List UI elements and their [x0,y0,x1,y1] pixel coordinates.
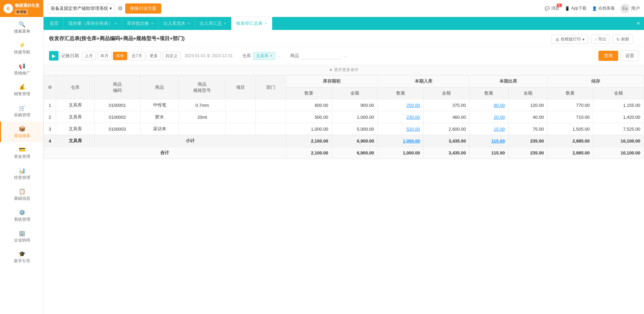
export-btn[interactable]: ↑ 导出 [591,35,610,44]
refresh-icon: ↻ [616,37,620,42]
warehouse-more-btn[interactable]: ... [277,53,281,58]
expand-icon: ▼ [329,68,333,72]
trial-btn[interactable]: 体验行业方案 [125,3,161,14]
cell-out-qty[interactable]: 15.00 [469,123,509,135]
cell-warehouse: 文具库 [56,123,95,135]
tab-recv-send-summary[interactable]: 收发存汇总表 × [231,17,272,30]
enterprise-icon: 🏢 [19,230,26,236]
basic-info-icon: 📋 [19,188,26,195]
warehouse-filter-label: 仓库 [242,53,251,59]
chevron-down-icon: ▾ [110,6,112,11]
date-btn-cur-year[interactable]: 本年 [113,52,127,60]
warehouse-tag-close[interactable]: × [270,53,272,58]
subtotal-out-qty[interactable]: 115.00 [469,135,509,147]
cell-in-qty[interactable]: 250.00 [378,99,424,111]
message-icon: 💬 [545,6,550,11]
expand-more-btn[interactable]: ▼ 展开更多条件 [329,67,359,73]
date-btn-cur-month[interactable]: 本月 [97,52,112,60]
sidebar-item-basic-info[interactable]: 📋 基础信息 [0,184,43,205]
footer-open-amt: 6,900.00 [332,147,378,159]
logo-icon: 6 [3,4,13,13]
main-area: 装备及固定资产辅助管理系统 ▾ ⚙ 体验行业方案 💬 消息 6 📱 App下载 … [44,0,644,314]
tab-close-icon[interactable]: × [115,21,117,26]
cell-out-qty[interactable]: 20.00 [469,111,509,123]
sidebar-item-purchase[interactable]: 🛒 采购管理 [0,101,43,121]
tab-inout-flow[interactable]: 出入库流水 × [159,17,195,30]
cell-bal-amt: 1,155.00 [593,99,644,111]
date-btn-more[interactable]: 更多 [147,52,161,60]
cell-open-qty: 1,000.00 [286,123,332,135]
tab-home-label: 首页 [50,20,59,27]
cell-name: 采访本 [141,123,179,135]
cell-project [226,99,256,111]
sidebar-item-system[interactable]: ⚙️ 系统管理 [0,205,43,226]
user-block[interactable]: Ea 用户 [620,4,640,13]
support-icon: 👤 [592,6,597,11]
date-btn-prev-month[interactable]: 上月 [82,52,96,60]
cell-spec: 20ml [179,111,226,123]
quick-nav-icon: ⚡ [19,42,26,48]
marketing-icon: 📢 [19,63,26,69]
tab-close-icon[interactable]: × [265,21,267,26]
tab-close-icon[interactable]: × [151,21,153,26]
date-btn-custom[interactable]: 自定义 [162,52,181,60]
cell-in-qty[interactable]: 520.00 [378,123,424,135]
topbar-gear-icon[interactable]: ⚙ [118,5,122,12]
sidebar-item-search[interactable]: 🔍 搜索菜单 [0,17,43,38]
cell-dept [256,111,286,123]
subtotal-in-qty[interactable]: 1,000.00 [378,135,424,147]
date-btn-7days[interactable]: 近7天 [129,52,145,60]
sidebar-item-marketing[interactable]: 📢 营销推广 [0,59,43,80]
system-name: 装备及固定资产辅助管理系统 [51,5,108,12]
sidebar-item-sales[interactable]: 💰 销售管理 [0,80,43,100]
system-selector[interactable]: 装备及固定资产辅助管理系统 ▾ [48,4,115,13]
messages-badge: 6 [557,3,562,7]
page-content: 收发存汇总表(按仓库+商品编码+商品+规格型号+项目+部门) 🖨 按模版打印 ▾… [44,30,644,314]
tab-close-icon[interactable]: × [187,21,190,26]
cell-code: 0100001 [95,99,141,111]
subtotal-in-amt: 3,435.00 [424,135,469,147]
filter-toggle-btn[interactable]: ▶ [49,51,59,61]
close-all-tabs-btn[interactable]: × [634,20,643,27]
warehouse-tag-value: 文具库 [256,53,268,59]
subtotal-row: 4 文具库 小计 2,100.00 6,900.00 1,000.00 3,43… [44,135,644,147]
tab-inout-summary[interactable]: 出入库汇总 × [195,17,231,30]
sidebar-item-label: 营销推广 [14,71,30,76]
template-print-label: 按模版打印 [561,36,581,42]
sidebar-item-guide[interactable]: 🎓 新手引导 [0,247,43,267]
cell-out-amt: 120.00 [508,99,547,111]
tab-inventory-dist[interactable]: 现存量（库存分布表） × [64,17,122,30]
cell-in-qty[interactable]: 230.00 [378,111,424,123]
online-support-btn[interactable]: 👤 在线客服 [592,5,615,11]
tab-home[interactable]: 首页 [45,17,64,30]
sidebar-item-finance[interactable]: 💳 资金管理 [0,142,43,163]
warehouse-filter: 仓库 文具库 × ... [242,52,281,60]
refresh-btn[interactable]: ↻ 刷新 [613,35,633,44]
tab-close-icon[interactable]: × [224,21,226,26]
goods-filter-input[interactable] [301,52,342,59]
query-btn[interactable]: 查询 [598,51,618,61]
th-in-amt: 金额 [424,87,469,99]
user-label: 用户 [631,5,640,12]
sidebar-item-inventory[interactable]: 📦 库存核算 [0,121,43,142]
sidebar-item-operations[interactable]: 📊 经营管理 [0,163,43,184]
cell-out-qty[interactable]: 80.00 [469,99,509,111]
sidebar-item-label: 系统管理 [14,217,30,222]
th-in-qty: 数量 [378,87,424,99]
cell-no: 1 [44,99,56,111]
subtotal-no: 4 [44,135,56,147]
messages-btn[interactable]: 💬 消息 6 [545,5,559,11]
logo-title: 畅捷通好生意 [15,3,39,9]
filter-bar: ▶ 记账日期 上月 本月 本年 近7天 更多 自定义 2023-01-01 至 … [44,47,644,65]
template-print-btn[interactable]: 🖨 按模版打印 ▾ [551,35,588,44]
sidebar-item-enterprise[interactable]: 🏢 企业协同 [0,226,43,247]
page-area: 收发存汇总表(按仓库+商品编码+商品+规格型号+项目+部门) 🖨 按模版打印 ▾… [44,30,644,314]
cell-spec: 0.7mm [179,99,226,111]
subtotal-warehouse: 文具库 [56,135,95,147]
filter-settings-btn[interactable]: 设置 [621,50,639,61]
tab-batch-account[interactable]: 库存批次账 × [122,17,159,30]
th-goods-code: 商品编码 [95,76,141,99]
sidebar-item-quick-nav[interactable]: ⚡ 快捷导航 [0,38,43,59]
goods-more-btn[interactable]: ... [344,53,347,58]
app-download-btn[interactable]: 📱 App下载 [565,5,587,11]
